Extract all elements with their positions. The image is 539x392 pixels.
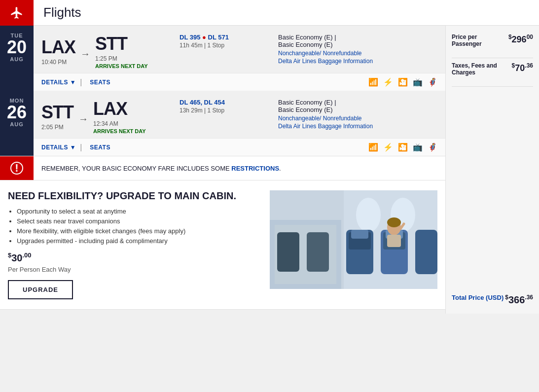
flight1-dest: STT 1:25 PM ARRIVES NEXT DAY	[95, 34, 148, 69]
flight1-numbers: DL 395 ● DL 571	[180, 34, 278, 41]
page-wrapper: Flights TUE 20 AUG	[0, 0, 539, 314]
flight1-dest-code: STT	[95, 34, 148, 54]
flight2-seats-link[interactable]: SEATS	[90, 144, 110, 151]
flight2-origin-code: STT	[41, 102, 73, 123]
flight1-date: TUE 20 AUG	[0, 26, 34, 67]
screen2-icon: 📺	[413, 143, 423, 152]
seat-icon: 🦸	[428, 77, 437, 87]
upgrade-price: $30.00	[8, 251, 262, 264]
upgrade-button[interactable]: UPGRADE	[8, 280, 73, 299]
flight1-nonchangeable[interactable]: Nonchangeable/ Nonrefundable	[278, 50, 437, 57]
flight1-dest-time: 1:25 PM	[95, 55, 148, 62]
flight2-day-num: 26	[0, 104, 34, 121]
warning-icon-box: !	[0, 156, 34, 180]
flight1-block: TUE 20 AUG LAX 10:40 PM	[0, 26, 445, 91]
flight2-origin: STT 2:05 PM	[41, 102, 73, 131]
upgrade-image	[270, 190, 437, 289]
flights-panel: TUE 20 AUG LAX 10:40 PM	[0, 26, 445, 314]
flight1-origin-time: 10:40 PM	[41, 59, 75, 66]
total-row: Total Price (USD) $366.36	[452, 294, 533, 306]
wifi-icon: 📶	[368, 77, 378, 87]
flight2-date-col: MON 26 AUG	[0, 91, 34, 156]
flight2-block: MON 26 AUG STT 2:05 PM	[0, 91, 445, 156]
arrow-icon: →	[80, 48, 90, 60]
power2-icon: ⚡	[383, 143, 393, 152]
svg-rect-6	[415, 230, 437, 274]
per-passenger-value: $29600	[508, 34, 533, 45]
flight2-numbers: DL 465, DL 454	[180, 99, 278, 106]
warning-exclaim-icon: !	[10, 162, 23, 175]
restrictions-link[interactable]: RESTRICTIONS	[231, 165, 279, 172]
bullet-3: More flexibility, with eligible ticket c…	[17, 227, 262, 235]
flight1-fare: Basic Economy (E) | Basic Economy (E) No…	[278, 34, 437, 65]
flight2-fare: Basic Economy (E) | Basic Economy (E) No…	[278, 99, 437, 130]
flight1-origin-code: LAX	[41, 37, 75, 58]
upgrade-bullets: Opportunity to select a seat at anytime …	[8, 208, 262, 245]
flight1-fare-class1: Basic Economy (E) |	[278, 34, 437, 41]
flight2-arrives-next: ARRIVES NEXT DAY	[93, 128, 146, 134]
bullet-1: Opportunity to select a seat at anytime	[17, 208, 262, 215]
svg-rect-17	[277, 232, 299, 272]
flight2-month: AUG	[0, 121, 34, 127]
warning-text: REMEMBER, YOUR BASIC ECONOMY FARE INCLUD…	[34, 158, 289, 179]
header-icon-box	[0, 0, 34, 26]
screen-icon: 📺	[413, 77, 423, 87]
flight2-row: STT 2:05 PM → LAX 12:34 AM ARRIVES NEXT …	[34, 91, 445, 138]
flight2-duration: 13h 29m | 1 Stop	[180, 107, 278, 114]
bullet-4: Upgrades permitted - including paid & co…	[17, 237, 262, 245]
flight1-details-link[interactable]: DETAILS ▼	[41, 79, 76, 86]
flight1-arrow: →	[75, 48, 95, 60]
flight1-details: DL 395 ● DL 571 11h 45m | 1 Stop	[180, 34, 278, 49]
flight1-row: LAX 10:40 PM → STT 1:25 PM ARRIVES NEXT …	[34, 26, 445, 73]
header: Flights	[0, 0, 539, 26]
flight1-route: LAX 10:40 PM → STT 1:25 PM ARRIVES NEXT …	[41, 34, 180, 69]
flight1-details-bar: DETAILS ▼ | SEATS 📶 ⚡ 🎦 📺 🦸	[34, 73, 445, 91]
flight1-fare-class2: Basic Economy (E)	[278, 41, 437, 48]
price-divider1	[452, 58, 533, 58]
flight2-fare-class2: Basic Economy (E)	[278, 106, 437, 113]
flight1-day-num: 20	[0, 38, 34, 56]
flight2-date: MON 26 AUG	[0, 91, 34, 132]
power-icon: ⚡	[383, 77, 393, 87]
flight1-amenity-icons: 📶 ⚡ 🎦 📺 🦸	[368, 77, 437, 87]
flight1-duration: 11h 45m | 1 Stop	[180, 42, 278, 49]
flight2-route: STT 2:05 PM → LAX 12:34 AM ARRIVES NEXT …	[41, 99, 180, 134]
flight1-month: AUG	[0, 56, 34, 62]
flight2-baggage[interactable]: Delta Air Lines Baggage Information	[278, 123, 437, 130]
arrow2-icon: →	[78, 113, 88, 125]
flight2-dest-code: LAX	[93, 99, 146, 119]
cabin-illustration	[270, 190, 437, 289]
bullet-2: Select seats near travel companions	[17, 217, 262, 225]
main-layout: TUE 20 AUG LAX 10:40 PM	[0, 26, 539, 314]
flight2-origin-time: 2:05 PM	[41, 124, 73, 131]
flight2-arrow: →	[73, 113, 93, 125]
flight2-details-link[interactable]: DETAILS ▼	[41, 144, 76, 151]
plane-icon	[10, 6, 24, 20]
flight1-baggage[interactable]: Delta Air Lines Baggage Information	[278, 58, 437, 65]
seat2-icon: 🦸	[428, 143, 437, 152]
flight1-arrives-next: ARRIVES NEXT DAY	[95, 63, 148, 69]
flight1-origin: LAX 10:40 PM	[41, 37, 75, 66]
per-passenger-label: Price per Passenger	[452, 34, 508, 47]
flight2-separator: |	[80, 143, 82, 152]
upgrade-per-person: Per Person Each Way	[8, 266, 262, 273]
svg-point-13	[387, 217, 401, 227]
taxes-label: Taxes, Fees and Charges	[452, 62, 512, 76]
flight2-amenity-icons: 📶 ⚡ 🎦 📺 🦸	[368, 143, 437, 152]
flight2-dest-time: 12:34 AM	[93, 120, 146, 127]
flight2-details: DL 465, DL 454 13h 29m | 1 Stop	[180, 99, 278, 114]
page-title: Flights	[34, 5, 81, 20]
upgrade-title: NEED FLEXIBILITY? UPGRADE TO MAIN CABIN.	[8, 190, 262, 202]
svg-rect-9	[351, 230, 368, 239]
flight2-details-bar: DETAILS ▼ | SEATS 📶 ⚡ 🎦 📺 🦸	[34, 138, 445, 156]
price-divider2	[452, 86, 533, 87]
flight1-seats-link[interactable]: SEATS	[90, 79, 110, 86]
flight2-content: STT 2:05 PM → LAX 12:34 AM ARRIVES NEXT …	[34, 91, 445, 156]
svg-point-2	[356, 198, 381, 232]
taxes-value: $70.36	[512, 62, 533, 73]
total-label: Total Price (USD)	[452, 294, 503, 301]
entertainment2-icon: 🎦	[398, 143, 408, 152]
total-value: $366.36	[505, 294, 533, 306]
flight2-nonchangeable[interactable]: Nonchangeable/ Nonrefundable	[278, 115, 437, 122]
per-passenger-row: Price per Passenger $29600	[452, 34, 533, 52]
